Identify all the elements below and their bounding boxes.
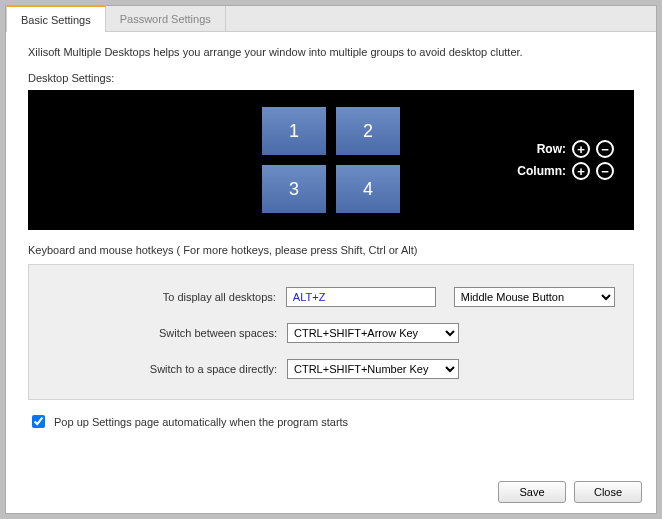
content-area: Xilisoft Multiple Desktops helps you arr… [6, 32, 656, 513]
description-text: Xilisoft Multiple Desktops helps you arr… [28, 46, 634, 58]
switch-spaces-label: Switch between spaces: [47, 327, 287, 339]
column-minus-button[interactable]: − [596, 162, 614, 180]
desktop-cell-1[interactable]: 1 [262, 107, 326, 155]
mouse-button-select[interactable]: Middle Mouse Button [454, 287, 615, 307]
popup-checkbox-label: Pop up Settings page automatically when … [54, 416, 348, 428]
close-button[interactable]: Close [574, 481, 642, 503]
hotkeys-box: To display all desktops: Middle Mouse Bu… [28, 264, 634, 400]
desktop-settings-label: Desktop Settings: [28, 72, 634, 84]
hotkeys-section-label: Keyboard and mouse hotkeys ( For more ho… [28, 244, 634, 256]
footer-buttons: Save Close [498, 481, 642, 503]
switch-spaces-select[interactable]: CTRL+SHIFT+Arrow Key [287, 323, 459, 343]
save-button[interactable]: Save [498, 481, 566, 503]
column-label: Column: [512, 164, 566, 178]
popup-checkbox-row: Pop up Settings page automatically when … [28, 412, 634, 431]
popup-checkbox[interactable] [32, 415, 45, 428]
row-label: Row: [512, 142, 566, 156]
display-all-label: To display all desktops: [47, 291, 286, 303]
switch-direct-label: Switch to a space directly: [47, 363, 287, 375]
row-minus-button[interactable]: − [596, 140, 614, 158]
switch-direct-select[interactable]: CTRL+SHIFT+Number Key [287, 359, 459, 379]
tab-bar: Basic Settings Password Settings [6, 6, 656, 32]
row-plus-button[interactable]: + [572, 140, 590, 158]
desktop-cell-2[interactable]: 2 [336, 107, 400, 155]
tab-password-settings[interactable]: Password Settings [106, 6, 226, 31]
column-plus-button[interactable]: + [572, 162, 590, 180]
tab-basic-settings[interactable]: Basic Settings [6, 5, 106, 32]
desktop-grid: 1 2 3 4 [262, 107, 400, 213]
grid-size-controls: Row: + − Column: + − [512, 136, 614, 184]
desktop-preview: 1 2 3 4 Row: + − Column: + − [28, 90, 634, 230]
display-all-input[interactable] [286, 287, 436, 307]
settings-panel: Basic Settings Password Settings Xilisof… [5, 5, 657, 514]
desktop-cell-3[interactable]: 3 [262, 165, 326, 213]
desktop-cell-4[interactable]: 4 [336, 165, 400, 213]
